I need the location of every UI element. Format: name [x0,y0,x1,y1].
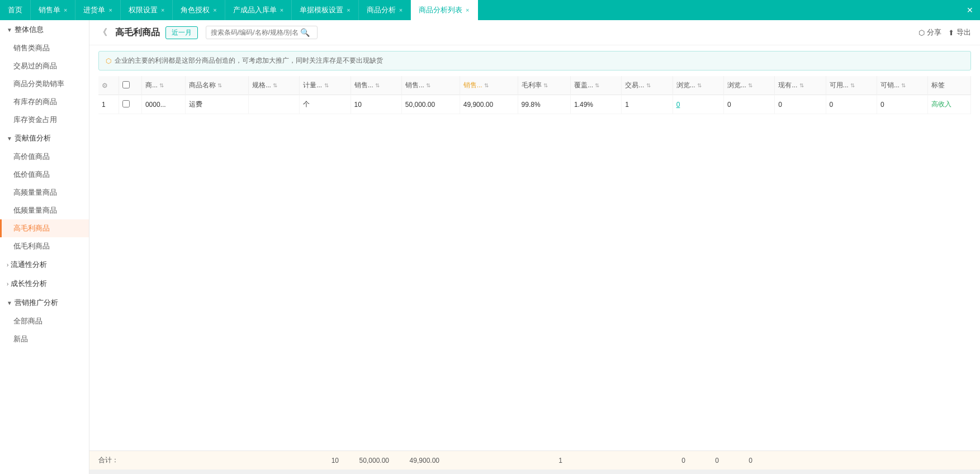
close-tab-product-analysis[interactable]: × [399,7,403,13]
th-coverage[interactable]: 覆盖... ⇅ [571,76,622,95]
td-gross-margin: 99.8% [518,95,570,114]
sidebar-item-low-margin[interactable]: 低毛利商品 [0,237,89,255]
th-browse2[interactable]: 浏览... ⇅ [723,76,774,95]
sidebar-item-new-goods[interactable]: 新品 [0,330,89,348]
sidebar-group-contribution[interactable]: ▼ 贡献值分析 [0,129,89,148]
header-actions: ⬡ 分享 ⬆ 导出 [919,27,971,37]
th-checkbox[interactable] [119,76,142,95]
share-btn[interactable]: ⬡ 分享 [919,27,941,37]
th-gross-margin[interactable]: 毛利率 ⇅ [518,76,570,95]
sort-icon-browse1: ⇅ [697,82,702,88]
th-sales-qty[interactable]: 销售... ⇅ [351,76,401,95]
filter-month-btn[interactable]: 近一月 [165,26,198,39]
close-window-btn[interactable]: ✕ [960,6,980,15]
sidebar-group-overall[interactable]: ▼ 整体信息 [0,20,89,39]
sort-icon-gross-margin: ⇅ [543,82,548,88]
sort-icon-coverage: ⇅ [595,82,599,88]
tab-purchase-order[interactable]: 进货单 × [75,0,120,20]
th-sales-amount[interactable]: 销售... ⇅ [401,76,460,95]
sidebar-item-low-value[interactable]: 低价值商品 [0,166,89,184]
arrow-overall: ▼ [7,27,12,33]
tab-product-analysis[interactable]: 商品分析 × [359,0,411,20]
table-row: 1 0000... 运费 [98,95,971,114]
page-title: 高毛利商品 [115,27,160,39]
close-tab-product-analysis-list[interactable]: × [466,7,469,13]
share-icon: ⬡ [919,29,925,37]
th-unit[interactable]: 计量... ⇅ [300,76,351,95]
td-coverage: 1.49% [571,95,622,114]
th-code[interactable]: 商... ⇅ [141,76,185,95]
export-icon: ⬆ [948,29,954,37]
row-checkbox[interactable] [122,100,130,107]
th-name[interactable]: 商品名称 ⇅ [185,76,248,95]
main-layout: ▼ 整体信息 销售类商品 交易过的商品 商品分类助销率 有库存的商品 库存资金占… [0,20,980,474]
info-banner: ⬡ 企业的主要的利润都是这部分商品创造的，可考虑加大推广，同时关注库存是不要出现… [98,51,971,71]
sidebar-item-high-margin[interactable]: 高毛利商品 [0,219,89,237]
sidebar-item-traded-goods[interactable]: 交易过的商品 [0,57,89,75]
sort-icon-sellable: ⇅ [901,82,906,88]
td-tag: 高收入 [928,95,971,114]
th-settings[interactable]: ⚙ [98,76,119,95]
td-browse1[interactable]: 0 [673,95,723,114]
sort-icon-sales-amount: ⇅ [426,82,430,88]
tab-product-analysis-list[interactable]: 商品分析列表 × [411,0,477,20]
arrow-marketing: ▼ [7,300,12,306]
sidebar-item-in-stock[interactable]: 有库存的商品 [0,93,89,111]
th-sellable[interactable]: 可销... ⇅ [877,76,927,95]
tab-sales-order[interactable]: 销售单 × [31,0,75,20]
tab-role-auth[interactable]: 角色授权 × [173,0,225,20]
select-all-checkbox[interactable] [122,81,130,88]
sidebar-item-stock-capital[interactable]: 库存资金占用 [0,111,89,129]
th-sales-cost[interactable]: 销售... ⇅ [460,76,518,95]
export-btn[interactable]: ⬆ 导出 [948,27,971,37]
search-box: 🔍 [206,26,318,39]
tab-template-settings[interactable]: 单据模板设置 × [292,0,358,20]
th-tag[interactable]: 标签 [928,76,971,95]
footer-sales-qty: 10 [309,457,342,464]
td-name: 运费 [185,95,248,114]
close-tab-permission-settings[interactable]: × [161,7,164,13]
sidebar-item-low-freq[interactable]: 低频量量商品 [0,201,89,219]
settings-icon[interactable]: ⚙ [102,82,108,90]
footer-current: 0 [655,457,689,464]
bottom-scrollbar[interactable] [89,470,980,474]
th-current[interactable]: 现有... ⇅ [775,76,826,95]
td-available: 0 [826,95,877,114]
search-input[interactable] [211,29,300,36]
tab-product-inbound[interactable]: 产成品入库单 × [225,0,292,20]
td-sales-amount: 50,000.00 [401,95,460,114]
sidebar-group-growth[interactable]: › 成长性分析 [0,274,89,293]
th-transaction[interactable]: 交易... ⇅ [622,76,673,95]
table-container: ⚙ 商... ⇅ 商品名称 ⇅ [89,76,980,450]
td-checkbox[interactable] [119,95,142,114]
close-tab-role-auth[interactable]: × [213,7,216,13]
sidebar-item-category-rate[interactable]: 商品分类助销率 [0,75,89,93]
th-spec[interactable]: 规格... ⇅ [248,76,299,95]
sidebar-item-high-value[interactable]: 高价值商品 [0,148,89,166]
search-icon[interactable]: 🔍 [300,28,310,37]
close-tab-template-settings[interactable]: × [347,7,350,13]
footer-sales-cost: 49,900.00 [392,457,443,464]
th-browse1[interactable]: 浏览... ⇅ [673,76,723,95]
tab-permission-settings[interactable]: 权限设置 × [121,0,173,20]
th-available[interactable]: 可用... ⇅ [826,76,877,95]
close-tab-purchase-order[interactable]: × [108,7,112,13]
sidebar-item-high-freq[interactable]: 高频量量商品 [0,184,89,201]
sort-icon-spec: ⇅ [273,82,277,88]
footer-sellable: 0 [722,457,756,464]
sidebar: ▼ 整体信息 销售类商品 交易过的商品 商品分类助销率 有库存的商品 库存资金占… [0,20,89,474]
sort-icon-name: ⇅ [217,82,222,88]
sidebar-group-liquidity[interactable]: › 流通性分析 [0,255,89,274]
sidebar-item-sales-goods[interactable]: 销售类商品 [0,39,89,57]
collapse-sidebar-btn[interactable]: 《 [98,27,107,39]
table-header-row: ⚙ 商... ⇅ 商品名称 ⇅ [98,76,971,95]
arrow-liquidity: › [7,262,8,268]
td-spec [248,95,299,114]
tab-home[interactable]: 首页 [0,0,31,20]
sidebar-item-all-goods[interactable]: 全部商品 [0,312,89,330]
close-tab-product-inbound[interactable]: × [280,7,283,13]
sidebar-group-marketing[interactable]: ▼ 营销推广分析 [0,293,89,312]
footer-sales-amount: 50,000.00 [342,457,392,464]
top-nav: 首页 销售单 × 进货单 × 权限设置 × 角色授权 × 产成品入库单 × 单据… [0,0,980,20]
close-tab-sales-order[interactable]: × [64,7,67,13]
